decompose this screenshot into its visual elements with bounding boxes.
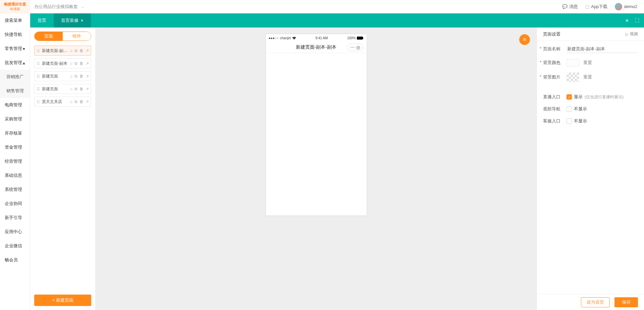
user-menu[interactable]: demo2 xyxy=(615,3,637,10)
delete-icon[interactable]: 🗑 xyxy=(79,61,84,66)
account-select[interactable]: 办公用品行业模拟账套 ⌵ xyxy=(34,4,84,10)
share-icon[interactable]: ↗ xyxy=(86,99,89,104)
share-icon[interactable]: ↗ xyxy=(86,61,89,66)
page-item-1[interactable]: ☰新建页面-副本⌂⧉🗑↗ xyxy=(34,58,91,68)
carrier-text: chanjet xyxy=(280,36,291,40)
sidebar-item-4[interactable]: 营销推广 xyxy=(0,70,30,84)
tab-active[interactable]: 首页装修 ✕ xyxy=(54,13,91,28)
msg-label: 消息 xyxy=(569,4,578,10)
sidebar-item-0[interactable]: 搜索菜单 xyxy=(0,13,30,28)
page-item-4[interactable]: ☰昊天文具店⌂⧉🗑↗ xyxy=(34,97,91,107)
home-icon[interactable]: ⌂ xyxy=(70,48,72,53)
svg-rect-1 xyxy=(363,37,363,39)
account-name: 办公用品行业模拟账套 xyxy=(34,4,78,10)
sidebar-item-17[interactable]: 畅会员 xyxy=(0,253,30,267)
delete-icon[interactable]: 🗑 xyxy=(79,99,84,104)
sidebar-item-5[interactable]: 销售管理 xyxy=(0,84,30,98)
bgcolor-label: 背景颜色 xyxy=(543,60,567,66)
page-item-0[interactable]: ☰新建页面-副本…⌂⧉🗑↗ xyxy=(34,46,91,56)
bottom-nav-checkbox[interactable] xyxy=(567,106,572,112)
home-icon[interactable]: ⌂ xyxy=(70,99,72,104)
drag-icon[interactable]: ☰ xyxy=(37,100,40,104)
svg-rect-0 xyxy=(357,37,363,40)
home-icon[interactable]: ⌂ xyxy=(70,87,72,91)
miniprogram-capsule: ⋯ ◎ xyxy=(347,44,363,51)
phone-preview: ●●●○○ chanjet 9:41 AM 100% xyxy=(266,34,367,215)
sidebar-item-3[interactable]: 批发管理▴ xyxy=(0,56,30,70)
segment-page[interactable]: 页面 xyxy=(35,32,63,41)
live-hint: (仅当进行直播时展示) xyxy=(585,94,624,100)
sidebar-item-label: 应用中心 xyxy=(5,229,22,235)
delete-icon[interactable]: 🗑 xyxy=(79,87,84,91)
sidebar-item-11[interactable]: 基础信息 xyxy=(0,168,30,183)
home-icon[interactable]: ⌂ xyxy=(70,74,72,79)
fullscreen-icon[interactable]: ⛶ xyxy=(635,18,639,23)
sidebar-item-16[interactable]: 企业微信 xyxy=(0,239,30,253)
chevron-icon: ▾ xyxy=(23,46,25,51)
bgcolor-reset[interactable]: 重置 xyxy=(583,60,592,66)
sidebar-item-10[interactable]: 经营管理 xyxy=(0,154,30,168)
delete-icon[interactable]: 🗑 xyxy=(79,48,84,53)
sidebar-item-8[interactable]: 库存核算 xyxy=(0,126,30,140)
drag-icon[interactable]: ☰ xyxy=(37,61,40,66)
page-item-3[interactable]: ☰新建页面⌂⧉🗑↗ xyxy=(34,84,91,94)
target-icon: ◎ xyxy=(356,45,360,50)
sidebar-item-9[interactable]: 资金管理 xyxy=(0,140,30,154)
collapse-panel-button[interactable]: ≡ xyxy=(519,34,530,45)
home-icon[interactable]: ⌂ xyxy=(70,61,72,66)
settings-title: 页面设置 xyxy=(543,31,560,37)
new-page-button[interactable]: + 新建页面 xyxy=(34,295,91,306)
edition-text: 标准版 xyxy=(10,7,20,11)
app-download-button[interactable]: ⬚ App下载 xyxy=(585,4,607,10)
live-checkbox[interactable]: ✓ xyxy=(567,94,572,100)
drag-icon[interactable]: ☰ xyxy=(37,49,40,53)
sidebar-item-label: 库存核算 xyxy=(5,130,22,136)
drag-icon[interactable]: ☰ xyxy=(37,87,40,91)
close-all-icon[interactable]: ✕ xyxy=(625,18,629,23)
sidebar-item-label: 经营管理 xyxy=(5,158,22,164)
name-label: 页面名称 xyxy=(543,46,567,52)
wifi-icon xyxy=(292,37,296,40)
copy-icon[interactable]: ⧉ xyxy=(74,87,77,91)
service-opt-text: 不显示 xyxy=(574,118,587,124)
share-icon[interactable]: ↗ xyxy=(86,48,89,53)
sidebar-item-13[interactable]: 企业协同 xyxy=(0,197,30,211)
copy-icon[interactable]: ⧉ xyxy=(74,48,77,53)
page-item-2[interactable]: ☰新建页面⌂⧉🗑↗ xyxy=(34,71,91,81)
service-checkbox[interactable] xyxy=(567,118,572,124)
close-icon[interactable]: ✕ xyxy=(80,18,84,23)
sidebar-item-label: 畅会员 xyxy=(5,257,18,263)
battery-text: 100% xyxy=(347,36,356,40)
sidebar-item-6[interactable]: 电商管理 xyxy=(0,98,30,112)
sidebar-item-2[interactable]: 零售管理▾ xyxy=(0,42,30,56)
bgcolor-swatch[interactable] xyxy=(567,59,579,66)
sidebar-item-15[interactable]: 应用中心 xyxy=(0,225,30,239)
segment-component[interactable]: 组件 xyxy=(63,32,91,41)
tab-home[interactable]: 首页 xyxy=(30,13,54,28)
drag-icon[interactable]: ☰ xyxy=(37,74,40,79)
video-link[interactable]: ▷ 视频 xyxy=(626,31,638,37)
page-item-name: 新建页面 xyxy=(42,86,68,92)
msg-button[interactable]: 💬 消息 xyxy=(562,4,578,10)
page-name-input[interactable] xyxy=(567,45,638,53)
sidebar: 搜索菜单快捷导航零售管理▾批发管理▴营销推广销售管理电商管理采购管理库存核算资金… xyxy=(0,13,30,310)
share-icon[interactable]: ↗ xyxy=(86,87,89,91)
sidebar-item-7[interactable]: 采购管理 xyxy=(0,112,30,126)
bgimg-picker[interactable] xyxy=(567,72,579,82)
settings-panel: 页面设置 ▷ 视频 页面名称 背景颜色 重置 xyxy=(537,28,644,310)
sidebar-item-14[interactable]: 新手引导 xyxy=(0,211,30,225)
sidebar-item-label: 搜索菜单 xyxy=(5,17,22,23)
sidebar-item-12[interactable]: 系统管理 xyxy=(0,183,30,197)
live-label: 直播入口 xyxy=(543,94,567,100)
copy-icon[interactable]: ⧉ xyxy=(74,61,77,66)
delete-icon[interactable]: 🗑 xyxy=(79,74,84,79)
copy-icon[interactable]: ⧉ xyxy=(74,74,77,79)
bgimg-reset[interactable]: 重置 xyxy=(583,74,592,80)
chat-icon: 💬 xyxy=(562,4,568,9)
sidebar-item-1[interactable]: 快捷导航 xyxy=(0,28,30,42)
share-icon[interactable]: ↗ xyxy=(86,74,89,79)
copy-icon[interactable]: ⧉ xyxy=(74,99,77,104)
save-button[interactable]: 保存 xyxy=(614,297,638,307)
set-home-button[interactable]: 设为首页 xyxy=(581,297,610,307)
live-opt-text: 显示 xyxy=(574,94,583,100)
